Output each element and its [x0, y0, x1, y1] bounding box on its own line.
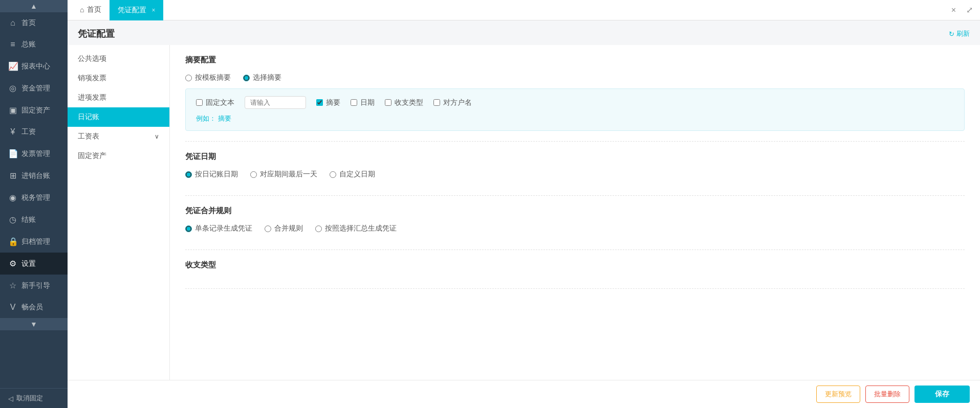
sidebar-item-invoice[interactable]: 📄 发票管理	[0, 143, 68, 165]
checkbox-label-counterpart[interactable]: 对方户名	[433, 98, 472, 107]
section-voucher-date: 凭证日期 按日记账日期 对应期间最后一天 自定义日期	[185, 152, 965, 196]
sidebar-item-tax[interactable]: ◉ 税务管理	[0, 187, 68, 209]
checkbox-label-date[interactable]: 日期	[351, 98, 375, 107]
radio-label-by-selection[interactable]: 按照选择汇总生成凭证	[315, 224, 397, 233]
sidebar-item-salary[interactable]: ¥ 工资	[0, 121, 68, 143]
sidebar-item-ledger[interactable]: ≡ 总账	[0, 34, 68, 55]
radio-label-last-period[interactable]: 对应期间最后一天	[250, 170, 317, 179]
radio-label-template[interactable]: 按模板摘要	[185, 73, 231, 82]
voucher-date-radio-group: 按日记账日期 对应期间最后一天 自定义日期	[185, 170, 965, 179]
settings-icon: ⚙	[8, 259, 17, 268]
radio-label-merge[interactable]: 合并规则	[265, 224, 303, 233]
sidebar-label-invoice: 发票管理	[21, 149, 50, 158]
counterpart-checkbox-label: 对方户名	[443, 98, 472, 107]
salary-icon: ¥	[8, 127, 17, 137]
sidebar-scroll-up[interactable]: ▲	[0, 0, 68, 12]
sidebar-item-home[interactable]: ⌂ 首页	[0, 12, 68, 34]
radio-select-label: 选择摘要	[253, 73, 281, 82]
left-nav-item-salary-table[interactable]: 工资表 ∨	[68, 127, 169, 146]
checkbox-summary[interactable]	[316, 99, 323, 106]
checkbox-counterpart[interactable]	[433, 99, 440, 106]
sidebar-label-funds: 资金管理	[21, 84, 50, 93]
checkbox-label-fixed-text[interactable]: 固定文本	[196, 98, 234, 107]
sidebar: ▲ ⌂ 首页 ≡ 总账 📈 报表中心 ◎ 资金管理 ▣ 固定资产 ¥ 工资 📄 …	[0, 0, 68, 408]
radio-template[interactable]	[185, 75, 192, 81]
body-layout: 公共选项 销项发票 进项发票 日记账 工资表 ∨ 固定资产	[68, 45, 980, 380]
radio-bookkeeping-date[interactable]	[185, 171, 192, 178]
fixed-text-input[interactable]	[245, 96, 306, 109]
sidebar-label-ledger: 总账	[21, 40, 36, 49]
left-nav-item-sales-invoice[interactable]: 销项发票	[68, 69, 169, 88]
reconcile-icon: ⊞	[8, 171, 17, 180]
home-tab-icon: ⌂	[80, 6, 84, 14]
radio-merge[interactable]	[265, 225, 271, 232]
batch-delete-button[interactable]: 批量删除	[865, 386, 909, 403]
checkbox-row: 固定文本 摘要 日期	[196, 96, 954, 109]
sidebar-item-member[interactable]: V 畅会员	[0, 297, 68, 318]
tab-voucher-config[interactable]: 凭证配置 ×	[110, 0, 163, 20]
guide-icon: ☆	[8, 281, 17, 290]
sidebar-label-salary: 工资	[21, 127, 36, 137]
member-icon: V	[8, 303, 17, 312]
refresh-button[interactable]: ↻ 刷新	[949, 29, 970, 38]
radio-label-custom-date[interactable]: 自定义日期	[330, 170, 375, 179]
sidebar-label-home: 首页	[21, 18, 36, 28]
left-nav-item-fixed-assets[interactable]: 固定资产	[68, 146, 169, 166]
left-nav-item-journal[interactable]: 日记账	[68, 107, 169, 127]
radio-single[interactable]	[185, 225, 192, 232]
page-title: 凭证配置	[78, 28, 115, 40]
section-income-type-title: 收支类型	[185, 260, 965, 270]
sidebar-item-reports[interactable]: 📈 报表中心	[0, 55, 68, 77]
left-nav-item-public[interactable]: 公共选项	[68, 49, 169, 69]
radio-label-single[interactable]: 单条记录生成凭证	[185, 224, 252, 233]
sidebar-item-archive[interactable]: 🔒 归档管理	[0, 231, 68, 253]
section-summary-title: 摘要配置	[185, 55, 965, 65]
sidebar-item-settle[interactable]: ◷ 结账	[0, 209, 68, 231]
single-label: 单条记录生成凭证	[195, 224, 252, 233]
sidebar-scroll-down[interactable]: ▼	[0, 318, 68, 330]
example-value: 摘要	[218, 115, 231, 122]
sidebar-item-assets[interactable]: ▣ 固定资产	[0, 99, 68, 121]
summary-config-box: 固定文本 摘要 日期	[185, 88, 965, 131]
sidebar-item-funds[interactable]: ◎ 资金管理	[0, 77, 68, 99]
sidebar-item-guide[interactable]: ☆ 新手引导	[0, 275, 68, 297]
radio-label-select[interactable]: 选择摘要	[243, 73, 281, 82]
checkbox-fixed-text[interactable]	[196, 99, 203, 106]
sidebar-label-settings: 设置	[21, 259, 36, 268]
left-nav-label-fixed-assets: 固定资产	[78, 151, 106, 161]
checkbox-label-income-type[interactable]: 收支类型	[385, 98, 423, 107]
tab-close-icon[interactable]: ×	[151, 7, 155, 14]
sidebar-unpin[interactable]: ◁ 取消固定	[0, 388, 68, 408]
checkbox-income-type[interactable]	[385, 99, 391, 106]
section-summary: 摘要配置 按模板摘要 选择摘要	[185, 55, 965, 142]
tax-icon: ◉	[8, 193, 17, 202]
settle-icon: ◷	[8, 215, 17, 224]
update-preview-button[interactable]: 更新预览	[816, 386, 860, 403]
chevron-down-icon: ∨	[155, 133, 159, 140]
summary-checkbox-label: 摘要	[326, 98, 340, 107]
summary-radio-group: 按模板摘要 选择摘要	[185, 73, 965, 82]
main-area: ⌂ 首页 凭证配置 × × ⤢ 凭证配置 ↻ 刷新 公共选项	[68, 0, 980, 408]
bookkeeping-date-label: 按日记账日期	[195, 170, 238, 179]
sidebar-label-reconcile: 进销台账	[21, 171, 50, 180]
radio-custom-date[interactable]	[330, 171, 336, 178]
radio-label-bookkeeping-date[interactable]: 按日记账日期	[185, 170, 238, 179]
save-button[interactable]: 保存	[914, 386, 970, 403]
radio-last-period[interactable]	[250, 171, 257, 178]
sidebar-label-guide: 新手引导	[21, 281, 50, 290]
radio-by-selection[interactable]	[315, 225, 322, 232]
left-nav-label-public: 公共选项	[78, 54, 106, 63]
tab-home[interactable]: ⌂ 首页	[72, 0, 110, 20]
sidebar-item-settings[interactable]: ⚙ 设置	[0, 253, 68, 275]
example-text: 例如： 摘要	[196, 114, 954, 123]
checkbox-date[interactable]	[351, 99, 357, 106]
sidebar-item-reconcile[interactable]: ⊞ 进销台账	[0, 165, 68, 187]
page-header: 凭证配置 ↻ 刷新	[68, 20, 980, 45]
window-fullscreen-button[interactable]: ⤢	[963, 4, 976, 16]
checkbox-label-summary[interactable]: 摘要	[316, 98, 340, 107]
window-close-button[interactable]: ×	[948, 5, 959, 16]
sidebar-label-member: 畅会员	[21, 303, 43, 312]
left-nav-item-purchase-invoice[interactable]: 进项发票	[68, 88, 169, 107]
invoice-icon: 📄	[8, 149, 17, 158]
radio-select[interactable]	[243, 75, 250, 81]
